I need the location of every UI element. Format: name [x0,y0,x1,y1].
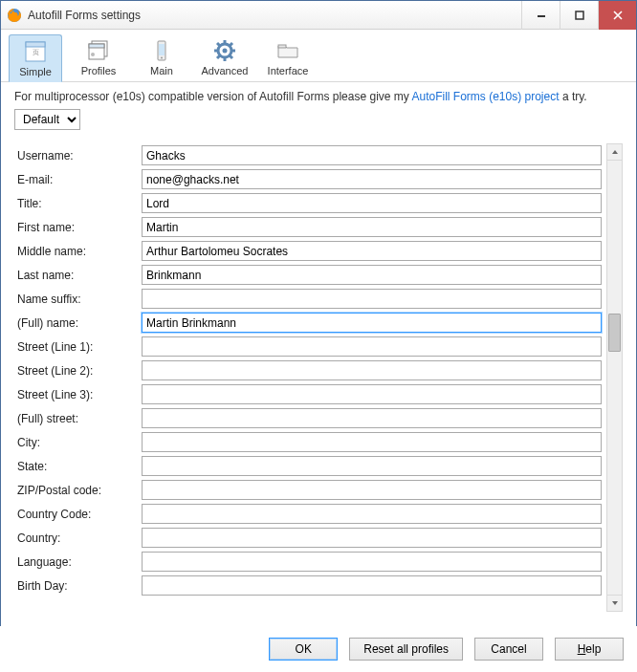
input-name-suffix[interactable] [142,289,602,309]
label-street1: Street (Line 1): [14,335,139,358]
row-street2: Street (Line 2): [14,358,604,382]
label-country: Country: [14,526,139,550]
label-zip: ZIP/Postal code: [14,478,139,502]
row-state: State: [14,454,604,478]
svg-line-22 [217,55,220,58]
input-street1[interactable] [142,336,602,357]
close-button[interactable] [598,1,636,30]
form-panel: Username: E-mail: Title: First name: Mid… [14,143,606,612]
svg-rect-4 [26,42,45,47]
input-email[interactable] [142,169,602,189]
main-phone-icon [149,38,174,63]
window-title: Autofill Forms settings [28,9,141,22]
svg-rect-1 [538,15,545,17]
input-title[interactable] [142,193,602,213]
tab-label: Main [150,65,173,76]
label-username: Username: [14,143,139,167]
cancel-button[interactable]: Cancel [474,638,543,661]
input-middle-name[interactable] [142,241,602,261]
tab-label: Simple [19,66,52,77]
firefox-icon [7,8,22,23]
minimize-button[interactable] [521,1,560,30]
tab-label: Profiles [81,65,117,76]
notice-suffix: a try. [562,90,587,103]
input-state[interactable] [142,456,602,476]
label-birth-day: Birth Day: [14,574,139,597]
profiles-cards-icon [86,38,111,63]
notice-prefix: For multiprocessor (e10s) compatible ver… [14,90,412,103]
input-zip[interactable] [142,480,602,500]
row-title: Title: [14,191,604,215]
label-last-name: Last name: [14,263,139,287]
row-street3: Street (Line 3): [14,382,604,406]
input-full-street[interactable] [142,408,602,428]
input-country[interactable] [142,528,602,548]
label-street2: Street (Line 2): [14,358,139,382]
folder-icon [275,38,300,63]
label-full-name: (Full) name: [14,311,139,335]
label-street3: Street (Line 3): [14,382,139,406]
tab-interface[interactable]: Interface [261,33,315,81]
svg-point-14 [223,49,228,54]
label-middle-name: Middle name: [14,239,139,263]
row-birth-day: Birth Day: [14,574,604,597]
row-last-name: Last name: [14,263,604,287]
compat-notice: For multiprocessor (e10s) compatible ver… [14,90,623,103]
tab-label: Advanced [202,65,249,76]
tab-profiles[interactable]: Profiles [72,33,125,81]
row-first-name: First name: [14,215,604,239]
input-language[interactable] [142,552,602,572]
label-full-street: (Full) street: [14,406,139,430]
reset-all-profiles-button[interactable]: Reset all profiles [349,638,463,661]
ok-button[interactable]: OK [269,638,338,661]
input-city[interactable] [142,432,602,452]
maximize-button[interactable] [560,1,598,30]
tab-label: Interface [268,65,309,76]
input-street3[interactable] [142,384,602,404]
row-city: City: [14,430,604,454]
row-street1: Street (Line 1): [14,335,604,358]
content-area: For multiprocessor (e10s) compatible ver… [1,82,636,625]
row-country: Country: [14,526,604,550]
svg-line-20 [230,55,232,58]
svg-line-19 [217,43,220,46]
tab-simple[interactable]: 页 Simple [9,34,62,82]
tab-advanced[interactable]: Advanced [198,33,252,81]
label-language: Language: [14,550,139,574]
row-email: E-mail: [14,167,604,191]
svg-text:页: 页 [33,49,39,56]
scroll-thumb[interactable] [608,314,621,352]
input-full-name[interactable] [142,313,602,333]
e10s-project-link[interactable]: AutoFill Forms (e10s) project [412,90,560,103]
scroll-up-button[interactable] [607,144,622,161]
vertical-scrollbar[interactable] [606,143,623,612]
input-street2[interactable] [142,360,602,380]
input-username[interactable] [142,145,602,165]
input-first-name[interactable] [142,217,602,237]
input-country-code[interactable] [142,504,602,524]
row-middle-name: Middle name: [14,239,604,263]
gear-icon [212,38,237,63]
scroll-down-button[interactable] [607,595,622,611]
title-bar: Autofill Forms settings [1,1,636,30]
svg-line-21 [230,43,232,46]
row-name-suffix: Name suffix: [14,287,604,311]
label-city: City: [14,430,139,454]
label-name-suffix: Name suffix: [14,287,139,311]
row-country-code: Country Code: [14,502,604,526]
simple-page-icon: 页 [23,39,48,64]
profile-select[interactable]: Default [14,109,80,130]
toolbar: 页 Simple Profiles Main [1,30,636,82]
label-first-name: First name: [14,215,139,239]
svg-rect-11 [159,44,165,55]
label-email: E-mail: [14,167,139,191]
tab-main[interactable]: Main [135,33,188,81]
label-title: Title: [14,191,139,215]
row-full-street: (Full) street: [14,406,604,430]
scroll-track[interactable] [607,161,622,595]
input-birth-day[interactable] [142,575,602,596]
input-last-name[interactable] [142,265,602,285]
row-zip: ZIP/Postal code: [14,478,604,502]
label-country-code: Country Code: [14,502,139,526]
help-button[interactable]: Help [555,638,624,661]
